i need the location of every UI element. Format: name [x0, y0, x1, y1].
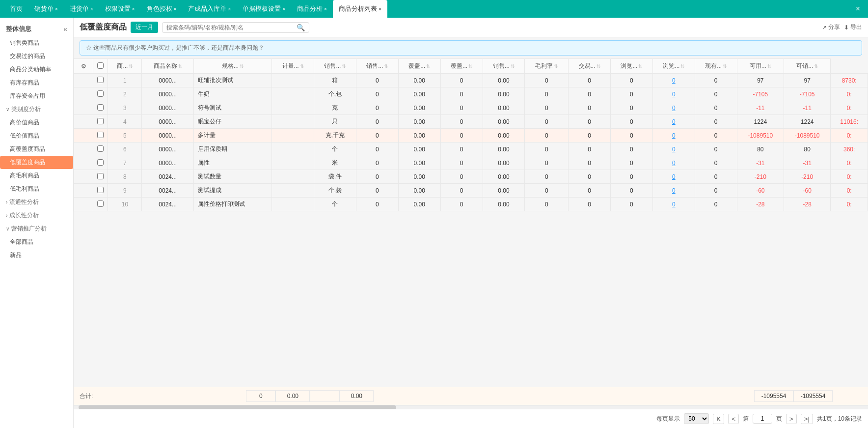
cell-browse1[interactable]: 0	[652, 115, 695, 129]
browse1-link[interactable]: 0	[672, 105, 676, 112]
cell-checkbox[interactable]	[93, 101, 108, 115]
share-button[interactable]: ↗ 分享	[822, 23, 840, 31]
sidebar-item-new-goods[interactable]: 新品	[0, 249, 73, 262]
col-cover1[interactable]: 覆盖...⇅	[398, 59, 440, 74]
sidebar-group-growth[interactable]: ›成长性分析	[0, 209, 73, 222]
cell-checkbox[interactable]	[93, 156, 108, 170]
browse1-link[interactable]: 0	[672, 187, 676, 194]
sidebar-item-low-value[interactable]: 低价值商品	[0, 129, 73, 143]
browse1-link[interactable]: 0	[672, 91, 676, 98]
nav-sales-order-close[interactable]: ×	[55, 6, 58, 12]
nav-template-settings-close[interactable]: ×	[282, 6, 285, 12]
nav-sales-order[interactable]: 销货单 ×	[28, 0, 64, 18]
sidebar-item-stocked-goods[interactable]: 有库存商品	[0, 76, 73, 89]
first-page-button[interactable]: K	[713, 414, 724, 424]
nav-product-analysis[interactable]: 商品分析 ×	[291, 0, 333, 18]
row-checkbox[interactable]	[97, 159, 104, 166]
col-sales2[interactable]: 销售...⇅	[356, 59, 398, 74]
cell-browse1[interactable]: 0	[652, 198, 695, 211]
nav-permission-settings-close[interactable]: ×	[132, 6, 135, 12]
cell-browse1[interactable]: 0	[652, 170, 695, 184]
row-checkbox[interactable]	[97, 173, 104, 179]
export-button[interactable]: ⬇ 导出	[844, 23, 862, 31]
row-checkbox[interactable]	[97, 200, 104, 207]
sidebar-group-marketing[interactable]: ∨营销推广分析	[0, 222, 73, 235]
cell-checkbox[interactable]	[93, 198, 108, 211]
horizontal-scrollbar[interactable]	[74, 405, 868, 409]
row-checkbox[interactable]	[97, 90, 104, 97]
cell-browse1[interactable]: 0	[652, 156, 695, 170]
col-spec[interactable]: 规格...⇅	[193, 59, 271, 74]
col-browse2[interactable]: 浏览...⇅	[652, 59, 695, 74]
next-page-button[interactable]: >	[786, 414, 797, 424]
col-name[interactable]: 商品名称⇅	[142, 59, 194, 74]
nav-product-analysis-list-close[interactable]: ×	[379, 6, 381, 12]
sidebar-group-category-analysis[interactable]: ∨类别度分析	[0, 103, 73, 116]
sidebar-item-low-coverage[interactable]: 低覆盖度商品	[0, 156, 73, 169]
browse1-link[interactable]: 0	[672, 201, 676, 208]
cell-checkbox[interactable]	[93, 184, 108, 198]
last-page-button[interactable]: >|	[801, 414, 813, 424]
row-checkbox[interactable]	[97, 104, 104, 111]
sidebar-item-high-coverage[interactable]: 高覆盖度商品	[0, 143, 73, 156]
col-margin[interactable]: 毛利率⇅	[525, 59, 569, 74]
cell-checkbox[interactable]	[93, 143, 108, 156]
nav-permission-settings[interactable]: 权限设置 ×	[99, 0, 141, 18]
nav-role-auth[interactable]: 角色授权 ×	[141, 0, 183, 18]
sidebar-item-category-turnover[interactable]: 商品分类动销率	[0, 63, 73, 76]
search-input[interactable]	[166, 24, 297, 31]
row-checkbox[interactable]	[97, 118, 104, 124]
row-checkbox[interactable]	[97, 145, 104, 152]
cell-browse1[interactable]: 0	[652, 74, 695, 87]
col-settings[interactable]: ⚙	[74, 59, 93, 74]
row-checkbox[interactable]	[97, 132, 104, 138]
nav-home[interactable]: 首页	[4, 0, 28, 18]
col-unit[interactable]: 计量...⇅	[272, 59, 314, 74]
browse1-link[interactable]: 0	[672, 160, 676, 167]
col-current[interactable]: 现有...⇅	[695, 59, 737, 74]
window-close-button[interactable]: ×	[852, 4, 864, 13]
cell-browse1[interactable]: 0	[652, 101, 695, 115]
col-browse1[interactable]: 浏览...⇅	[610, 59, 652, 74]
sidebar-item-sales-goods[interactable]: 销售类商品	[0, 36, 73, 50]
row-checkbox[interactable]	[97, 187, 104, 193]
cell-browse1[interactable]: 0	[652, 87, 695, 101]
sidebar-item-stock-capital[interactable]: 库存资金占用	[0, 89, 73, 103]
row-checkbox[interactable]	[97, 77, 104, 83]
nav-purchase-order[interactable]: 进货单 ×	[64, 0, 99, 18]
col-code[interactable]: 商...⇅	[108, 59, 142, 74]
col-sales1[interactable]: 销售...⇅	[314, 59, 356, 74]
prev-page-button[interactable]: <	[728, 414, 739, 424]
page-number-input[interactable]	[753, 414, 772, 424]
cell-browse1[interactable]: 0	[652, 129, 695, 143]
period-button[interactable]: 近一月	[131, 22, 158, 33]
sidebar-item-high-value[interactable]: 高价值商品	[0, 116, 73, 129]
sidebar-item-high-margin[interactable]: 高毛利商品	[0, 169, 73, 182]
sidebar-collapse-button[interactable]: «	[63, 25, 67, 33]
cell-browse1[interactable]: 0	[652, 184, 695, 198]
browse1-link[interactable]: 0	[672, 77, 676, 84]
nav-template-settings[interactable]: 单据模板设置 ×	[237, 0, 291, 18]
cell-checkbox[interactable]	[93, 74, 108, 87]
nav-product-warehouse-close[interactable]: ×	[228, 6, 231, 12]
col-cover2[interactable]: 覆盖...⇅	[440, 59, 483, 74]
nav-role-auth-close[interactable]: ×	[174, 6, 177, 12]
nav-product-analysis-close[interactable]: ×	[324, 6, 327, 12]
search-box[interactable]: 🔍	[162, 22, 309, 33]
cell-checkbox[interactable]	[93, 87, 108, 101]
col-available[interactable]: 可用...⇅	[737, 59, 784, 74]
browse1-link[interactable]: 0	[672, 132, 676, 139]
browse1-link[interactable]: 0	[672, 173, 676, 180]
cell-browse1[interactable]: 0	[652, 143, 695, 156]
select-all-checkbox[interactable]	[97, 62, 104, 69]
nav-product-analysis-list[interactable]: 商品分析列表 ×	[333, 0, 387, 18]
browse1-link[interactable]: 0	[672, 146, 676, 153]
settings-icon[interactable]: ⚙	[81, 63, 86, 70]
sidebar-group-liquidity[interactable]: ›流通性分析	[0, 196, 73, 209]
cell-checkbox[interactable]	[93, 115, 108, 129]
sidebar-item-low-margin[interactable]: 低毛利商品	[0, 182, 73, 196]
col-sales3[interactable]: 销售...⇅	[483, 59, 525, 74]
nav-purchase-order-close[interactable]: ×	[90, 6, 93, 12]
sidebar-item-traded-goods[interactable]: 交易过的商品	[0, 50, 73, 63]
nav-product-warehouse[interactable]: 产成品入库单 ×	[182, 0, 237, 18]
